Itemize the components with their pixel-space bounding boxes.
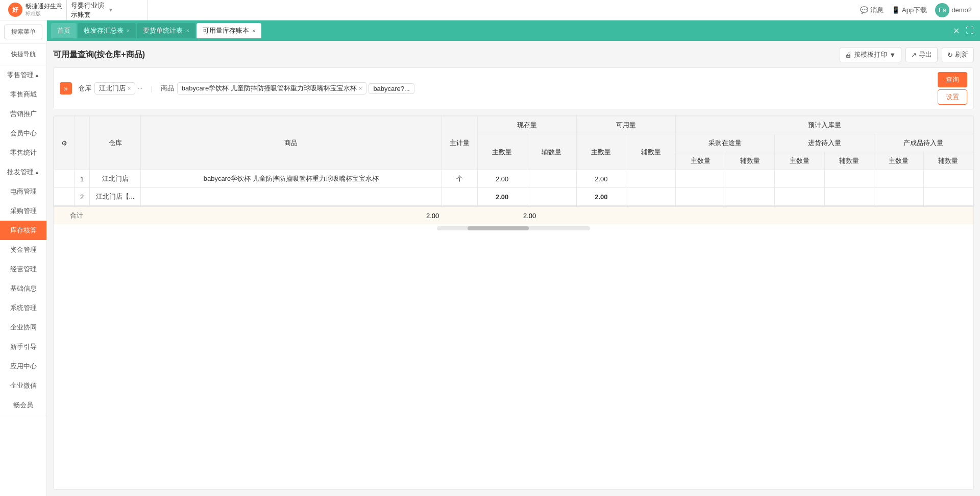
app-download-btn[interactable]: 📱 App下载	[892, 6, 927, 15]
product-tag-2-text: babycare?...	[373, 85, 410, 92]
message-icon: 💬	[860, 6, 868, 14]
tab-available-stock[interactable]: 可用量库存账本 ×	[197, 23, 261, 38]
sidebar-item-basic-info[interactable]: 基础信息	[0, 279, 46, 298]
th-index	[75, 116, 90, 170]
print-icon: 🖨	[845, 51, 852, 59]
retail-mgmt-label: 零售管理	[7, 70, 34, 80]
sidebar-item-purchase[interactable]: 采购管理	[0, 201, 46, 221]
logo-area: 好 畅捷通好生意 标准版	[8, 3, 62, 17]
new-guide-label: 新手引导	[10, 342, 37, 351]
th-avail-aux: 辅数量	[626, 134, 675, 170]
th-main-unit: 主计量	[442, 116, 477, 170]
refresh-icon: ↻	[947, 51, 953, 59]
remove-product-tag-1[interactable]: ×	[359, 85, 362, 91]
tab-available-stock-label: 可用量库存账本	[203, 26, 249, 35]
scrollbar-thumb[interactable]	[468, 226, 529, 230]
maximize-btn[interactable]: ⛶	[964, 24, 976, 38]
row-2-fin-aux	[923, 188, 973, 206]
tab-order-stats-label: 要货单统计表	[143, 26, 183, 35]
warehouse-more[interactable]: ···	[137, 85, 142, 92]
tab-receive-summary[interactable]: 收发存汇总表 ×	[78, 23, 136, 38]
row-1-pur-main	[676, 170, 725, 188]
top-bar-right: 💬 消息 📱 App下载 Ea demo2	[860, 3, 972, 17]
export-btn[interactable]: ↗ 导出	[905, 47, 938, 62]
close-window-btn[interactable]: ✕	[951, 24, 962, 38]
sidebar-item-finance[interactable]: 资金管理	[0, 240, 46, 259]
sidebar-item-system[interactable]: 系统管理	[0, 298, 46, 318]
total-avail-main: 2.00	[523, 212, 536, 220]
total-label: 合计	[60, 211, 83, 220]
chevron-icon-2: ▲	[35, 170, 40, 175]
search-menu-btn[interactable]: 搜索菜单	[4, 25, 42, 39]
filter-toggle-btn[interactable]: »	[60, 82, 72, 95]
company-selector[interactable]: 母婴行业演示账套 ▼	[66, 0, 148, 22]
sidebar-item-vip[interactable]: 畅会员	[0, 395, 46, 415]
page-title: 可用量查询(按仓库+商品)	[53, 50, 145, 60]
th-product: 商品	[141, 116, 442, 170]
message-btn[interactable]: 💬 消息	[860, 6, 884, 15]
sidebar-item-retail-mgmt[interactable]: 零售管理 ▲	[0, 65, 46, 85]
sidebar-item-enterprise-wechat[interactable]: 企业微信	[0, 376, 46, 395]
sidebar-item-retail-stats[interactable]: 零售统计	[0, 143, 46, 162]
download-icon: 📱	[892, 6, 900, 14]
row-1-fin-aux	[923, 170, 973, 188]
user-profile[interactable]: Ea demo2	[935, 3, 972, 17]
member-label: 会员中心	[10, 129, 37, 138]
template-print-btn[interactable]: 🖨 按模板打印 ▼	[840, 47, 901, 62]
tab-home[interactable]: 首页	[51, 23, 77, 38]
sidebar-item-app-center[interactable]: 应用中心	[0, 357, 46, 376]
chevron-down-icon: ▼	[108, 7, 143, 13]
row-1-warehouse: 江北门店	[90, 170, 141, 188]
close-icon-3[interactable]: ×	[252, 28, 255, 34]
content-area: 首页 收发存汇总表 × 要货单统计表 × 可用量库存账本 × ✕ ⛶	[47, 20, 980, 496]
row-1-avail-aux	[626, 170, 675, 188]
th-incoming-pending: 进货待入量	[775, 134, 874, 152]
close-icon[interactable]: ×	[127, 28, 130, 34]
page-content: 可用量查询(按仓库+商品) 🖨 按模板打印 ▼ ↗ 导出 ↻ 刷新	[47, 41, 980, 496]
remove-warehouse-tag[interactable]: ×	[128, 85, 131, 91]
user-name: demo2	[951, 6, 972, 14]
sidebar-item-new-guide[interactable]: 新手引导	[0, 337, 46, 357]
export-label: 导出	[919, 50, 932, 59]
sidebar-item-operations[interactable]: 经营管理	[0, 259, 46, 279]
product-label: 商品	[161, 84, 174, 93]
row-2-inc-aux	[824, 188, 874, 206]
warehouse-filter: 仓库 江北门店 × ···	[78, 82, 142, 95]
sidebar-item-retail-mall[interactable]: 零售商城	[0, 85, 46, 104]
refresh-btn[interactable]: ↻ 刷新	[942, 47, 974, 62]
th-warehouse: 仓库	[90, 116, 141, 170]
query-btn[interactable]: 查询	[938, 72, 967, 87]
page-header: 可用量查询(按仓库+商品) 🖨 按模板打印 ▼ ↗ 导出 ↻ 刷新	[53, 47, 974, 62]
operations-label: 经营管理	[10, 265, 37, 274]
horizontal-scrollbar[interactable]	[437, 226, 590, 230]
app-name: 畅捷通好生意	[26, 3, 62, 10]
vip-label: 畅会员	[13, 400, 33, 410]
row-2-warehouse: 江北门店【...	[90, 188, 141, 206]
close-icon-2[interactable]: ×	[186, 28, 189, 34]
th-fin-aux: 辅数量	[923, 152, 973, 170]
export-icon: ↗	[911, 51, 917, 59]
sidebar-item-inventory[interactable]: 库存核算	[0, 221, 46, 240]
sidebar-item-member[interactable]: 会员中心	[0, 124, 46, 143]
row-2-avail-aux	[626, 188, 675, 206]
ecommerce-label: 电商管理	[10, 187, 37, 196]
row-2-index: 2	[75, 188, 90, 206]
settings-btn[interactable]: 设置	[938, 89, 967, 105]
product-tag-2: babycare?...	[369, 83, 414, 94]
tab-order-stats[interactable]: 要货单统计表 ×	[137, 23, 195, 38]
sidebar-item-marketing[interactable]: 营销推广	[0, 104, 46, 124]
row-1-gear	[54, 170, 75, 188]
sidebar-item-wholesale[interactable]: 批发管理 ▲	[0, 162, 46, 182]
sidebar-item-quick-nav[interactable]: 快捷导航	[0, 46, 46, 63]
data-table: ⚙ 仓库 商品 主计量 现存量 可用量 预计入库量 主数量 辅数量	[54, 116, 973, 206]
th-gear[interactable]: ⚙	[54, 116, 75, 170]
app-edition: 标准版	[26, 10, 62, 17]
company-name: 母婴行业演示账套	[71, 1, 106, 19]
sidebar-item-ecommerce[interactable]: 电商管理	[0, 182, 46, 201]
row-2-stock-main: 2.00	[477, 188, 527, 206]
sidebar-quick-nav-section: 快捷导航	[0, 44, 46, 65]
sidebar-item-enterprise[interactable]: 企业协同	[0, 318, 46, 337]
th-inc-aux: 辅数量	[824, 152, 874, 170]
app-download-label: App下载	[902, 6, 927, 15]
row-1-inc-aux	[824, 170, 874, 188]
